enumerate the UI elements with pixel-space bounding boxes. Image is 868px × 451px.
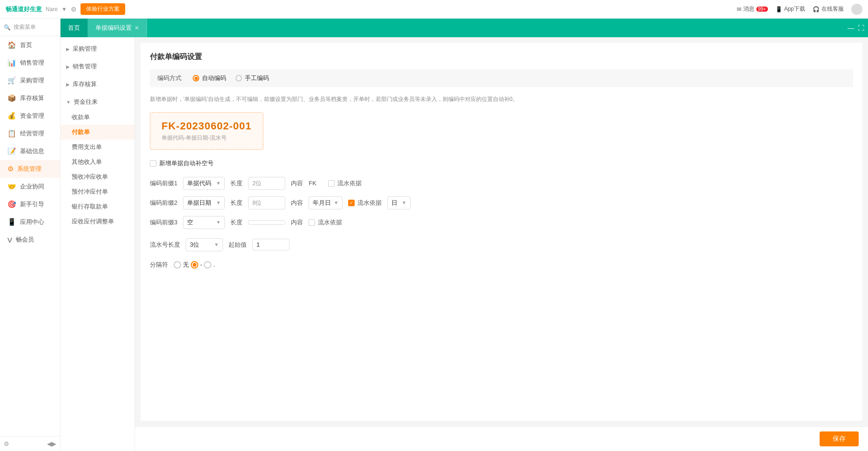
menu-item-other-income[interactable]: 其他收入单 xyxy=(61,155,135,169)
prefix1-label: 编码前缀1 xyxy=(150,179,177,188)
menu-header-label: 销售管理 xyxy=(73,62,97,71)
collapse-icon[interactable]: ◀▶ xyxy=(47,440,56,447)
operation-icon: 📋 xyxy=(7,129,16,138)
sidebar-search[interactable]: 🔍 搜索菜单 xyxy=(0,19,60,36)
system-icon: ⚙ xyxy=(7,165,13,173)
inventory-icon: 📦 xyxy=(7,94,16,102)
content1-value: FK xyxy=(309,180,323,187)
main-layout: 🔍 搜索菜单 🏠 首页 📊 销售管理 🛒 采购管理 📦 库存核算 💰 xyxy=(0,19,868,451)
content2-label: 内容 xyxy=(291,199,303,207)
sidebar-item-finance[interactable]: 💰 资金管理 xyxy=(0,107,60,125)
start-value-input[interactable]: 1 xyxy=(252,239,289,250)
sidebar-item-label: 企业协同 xyxy=(20,182,44,191)
serial1-check[interactable]: 流水依据 xyxy=(328,179,362,188)
length2-input[interactable]: 8位 xyxy=(248,196,285,209)
trial-btn[interactable]: 体验行业方案 xyxy=(81,3,125,15)
menu-item-advance-receivable[interactable]: 预收冲应收单 xyxy=(61,169,135,184)
serial1-label: 流水依据 xyxy=(337,179,362,188)
config-section: 编码前缀1 单据代码 ▼ 长度 2位 内容 FK 流水依据 xyxy=(150,177,853,229)
app-download-item[interactable]: 📱 App下载 xyxy=(775,5,805,13)
separator-row: 分隔符 无 - . xyxy=(150,261,853,269)
sidebar-item-system[interactable]: ⚙ 系统管理 xyxy=(0,160,60,178)
menu-item-advance-payable[interactable]: 预付冲应付单 xyxy=(61,184,135,199)
prefix2-select[interactable]: 单据日期 ▼ xyxy=(183,196,225,209)
serial-length-value: 3位 xyxy=(190,241,199,249)
serial-length-select[interactable]: 3位 ▼ xyxy=(186,238,223,251)
prefix2-value: 单据日期 xyxy=(187,199,211,207)
length2-label: 长度 xyxy=(230,199,242,207)
tab-maximize-icon[interactable]: ⛶ xyxy=(858,24,864,32)
sidebar-item-vip[interactable]: V 畅会员 xyxy=(0,231,60,249)
user-avatar[interactable] xyxy=(851,4,862,15)
sidebar-item-guide[interactable]: 🎯 新手引导 xyxy=(0,195,60,213)
content2-select[interactable]: 年月日 ▼ xyxy=(309,196,343,209)
tab-home[interactable]: 首页 xyxy=(61,19,88,37)
sidebar-item-inventory[interactable]: 📦 库存核算 xyxy=(0,89,60,107)
app-download-label: App下载 xyxy=(784,5,805,13)
page-inner: 付款单编码设置 编码方式 自动编码 手工编码 xyxy=(141,43,862,421)
auto-fill-checkbox[interactable] xyxy=(150,160,156,167)
menu-header-label: 库存核算 xyxy=(73,80,97,88)
length1-label: 长度 xyxy=(230,179,242,188)
serial2-checkbox: ✓ xyxy=(348,200,355,206)
save-button[interactable]: 保存 xyxy=(820,431,859,446)
settings-icon[interactable]: ⚙ xyxy=(71,6,77,13)
length3-input[interactable] xyxy=(248,220,285,225)
example-box: FK-20230602-001 单据代码-单据日期-流水号 xyxy=(150,112,263,150)
sidebar-item-purchase[interactable]: 🛒 采购管理 xyxy=(0,72,60,89)
menu-header-inventory[interactable]: ▶ 库存核算 xyxy=(61,76,135,92)
menu-header-capital[interactable]: ▼ 资金往来 xyxy=(61,94,135,110)
sep-none[interactable] xyxy=(174,261,181,269)
radio-manual[interactable]: 手工编码 xyxy=(236,74,269,82)
menu-item-receipt[interactable]: 收款单 xyxy=(61,110,135,125)
online-service-item[interactable]: 🎧 在线客服 xyxy=(813,5,844,13)
menu-header-sales[interactable]: ▶ 销售管理 xyxy=(61,59,135,74)
bottom-bar: 保存 xyxy=(135,426,868,451)
tab-bill-code[interactable]: 单据编码设置 ✕ xyxy=(88,19,147,37)
tab-close-icon[interactable]: ✕ xyxy=(135,25,139,31)
menu-header-purchase[interactable]: ▶ 采购管理 xyxy=(61,41,135,57)
prefix3-select[interactable]: 空 ▼ xyxy=(183,216,225,229)
dropdown-arrow-icon[interactable]: ▼ xyxy=(61,6,67,13)
prefix1-select[interactable]: 单据代码 ▼ xyxy=(183,177,225,190)
radio-auto-dot xyxy=(193,75,199,81)
auto-fill-row[interactable]: 新增单据自动补空号 xyxy=(150,159,853,168)
serial3-checkbox xyxy=(309,219,315,226)
sidebar-item-sales[interactable]: 📊 销售管理 xyxy=(0,54,60,72)
online-service-label: 在线客服 xyxy=(821,5,844,13)
sidebar-item-appstore[interactable]: 📱 应用中心 xyxy=(0,213,60,231)
sidebar-item-home[interactable]: 🏠 首页 xyxy=(0,36,60,54)
company-name: Nare xyxy=(46,6,58,13)
sidebar-bottom: ⚙ ◀▶ xyxy=(0,436,60,451)
sep-dot[interactable] xyxy=(204,261,211,269)
serial3-check[interactable]: 流水依据 xyxy=(309,218,342,227)
content2-value: 年月日 xyxy=(313,199,331,207)
sidebar-item-basic[interactable]: 📝 基础信息 xyxy=(0,142,60,160)
length1-input[interactable]: 2位 xyxy=(248,177,285,190)
menu-item-bank-deposit[interactable]: 银行存取款单 xyxy=(61,199,135,214)
sep-dot-label: . xyxy=(213,261,215,268)
message-item[interactable]: ✉ 消息 99+ xyxy=(737,5,768,13)
app-icon: 📱 xyxy=(7,218,16,226)
settings-bottom-icon[interactable]: ⚙ xyxy=(4,440,9,447)
serial3-label: 流水依据 xyxy=(318,218,342,227)
menu-item-ap-adjustment[interactable]: 应收应付调整单 xyxy=(61,214,135,229)
start-value-label: 起始值 xyxy=(229,241,247,249)
sidebar-item-label: 应用中心 xyxy=(20,218,44,226)
menu-item-expense[interactable]: 费用支出单 xyxy=(61,140,135,155)
tab-minimize-icon[interactable]: — xyxy=(848,24,854,32)
sidebar-item-operation[interactable]: 📋 经营管理 xyxy=(0,125,60,142)
serial2-label: 流水依据 xyxy=(357,199,382,207)
sidebar-item-label: 畅会员 xyxy=(16,236,34,244)
separator-options: 无 - . xyxy=(174,261,215,269)
guide-icon: 🎯 xyxy=(7,200,16,209)
serial2-check[interactable]: ✓ 流水依据 xyxy=(348,199,382,207)
sidebar-item-partner[interactable]: 🤝 企业协同 xyxy=(0,178,60,195)
serial2-select[interactable]: 日 ▼ xyxy=(387,196,410,209)
chevron-right-icon: ▶ xyxy=(66,64,70,69)
sep-dash[interactable] xyxy=(191,261,198,269)
menu-item-payment[interactable]: 付款单 xyxy=(61,125,135,140)
serial-length-label: 流水号长度 xyxy=(150,241,180,249)
top-bar: 畅通道好生意 Nare ▼ ⚙ 体验行业方案 ✉ 消息 99+ 📱 App下载 … xyxy=(0,0,868,19)
radio-auto[interactable]: 自动编码 xyxy=(193,74,226,82)
